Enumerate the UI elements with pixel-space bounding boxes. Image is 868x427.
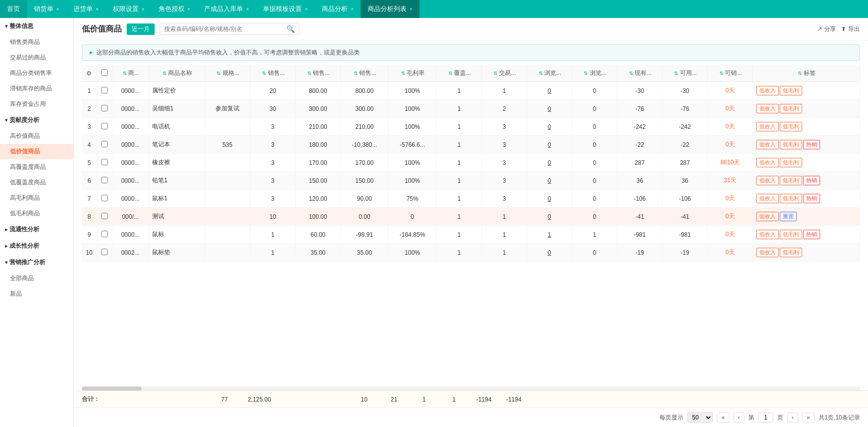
row-checkbox[interactable] [101,177,108,183]
cell-check[interactable] [97,226,112,244]
col-stock3[interactable]: ⇅ 可销... [707,65,753,82]
page-number-input[interactable] [758,413,773,423]
cell-browse1[interactable]: 0 [527,244,572,262]
sidebar-item-stock-capital[interactable]: 库存资金占用 [0,96,73,112]
sidebar-item-high-value[interactable]: 高价值商品 [0,128,73,144]
sidebar-collapse-button[interactable]: « [73,43,74,63]
sidebar-group-circulation[interactable]: ▸ 流通性分析 [0,221,73,238]
row-checkbox[interactable] [101,195,108,201]
col-browse2[interactable]: ⇅ 浏览... [572,65,618,82]
close-icon[interactable]: × [142,6,145,12]
cell-check[interactable] [97,154,112,172]
col-price[interactable]: ⇅ 销售... [295,65,341,82]
cell-check[interactable] [97,172,112,190]
nav-sales-order[interactable]: 销货单 × [27,0,66,18]
col-trade[interactable]: ⇅ 交易... [482,65,527,82]
sidebar-item-low-margin[interactable]: 低毛利商品 [0,206,73,221]
cell-check[interactable] [97,100,112,118]
row-checkbox[interactable] [101,249,108,255]
nav-product-analysis[interactable]: 商品分析 × [315,0,361,18]
col-stock1[interactable]: ⇅ 现有... [617,65,662,82]
cell-browse1[interactable]: 0 [527,208,572,226]
first-page-button[interactable]: « [717,413,729,423]
sidebar-item-new-products[interactable]: 新品 [0,286,73,302]
col-gross[interactable]: ⇅ 毛利率 [388,65,436,82]
col-checkbox[interactable] [97,65,112,82]
col-stock2[interactable]: ⇅ 可用... [662,65,708,82]
col-amount[interactable]: ⇅ 销售... [341,65,389,82]
browse-link[interactable]: 0 [548,141,551,148]
row-checkbox[interactable] [101,87,108,93]
col-spec[interactable]: ⇅ 规格... [205,65,250,82]
sidebar-group-marketing[interactable]: ▾ 营销推广分析 [0,254,73,271]
col-name[interactable]: ⇅ 商品名称 [149,65,205,82]
scrollbar-thumb[interactable] [82,387,142,391]
nav-product-storage[interactable]: 产成品入库单 × [197,0,256,18]
cell-browse1[interactable]: 0 [527,154,572,172]
cell-check[interactable] [97,208,112,226]
last-page-button[interactable]: » [802,413,815,423]
sidebar-item-all-products[interactable]: 全部商品 [0,271,73,286]
nav-purchase-order[interactable]: 进货单 × [66,0,106,18]
col-tags[interactable]: ⇅ 标签 [753,65,860,82]
browse-link[interactable]: 1 [548,231,551,238]
per-page-select[interactable]: 50 100 [687,412,713,423]
browse-link[interactable]: 0 [548,177,551,184]
cell-browse1[interactable]: 0 [527,172,572,190]
sidebar-item-traded-products[interactable]: 交易过的商品 [0,50,73,65]
browse-link[interactable]: 0 [548,123,551,130]
close-icon[interactable]: × [351,6,354,12]
horizontal-scrollbar[interactable] [82,387,860,391]
row-checkbox[interactable] [101,123,108,129]
browse-link[interactable]: 0 [548,213,551,220]
data-table-container[interactable]: ⚙ ⇅ 商... ⇅ 商品名称 ⇅ 规格... ⇅ 销售... ⇅ 销售... … [74,65,868,387]
browse-link[interactable]: 0 [548,159,551,166]
cell-check[interactable] [97,190,112,208]
nav-template-setting[interactable]: 单据模板设置 × [256,0,315,18]
search-icon[interactable]: 🔍 [286,25,295,33]
close-icon[interactable]: × [96,6,99,12]
search-input[interactable] [164,25,286,32]
cell-check[interactable] [97,82,112,100]
row-checkbox[interactable] [101,105,108,111]
cell-check[interactable] [97,244,112,262]
sidebar-group-contribution[interactable]: ▾ 贡献度分析 [0,112,73,128]
cell-browse1[interactable]: 0 [527,118,572,136]
cell-browse1[interactable]: 1 [527,226,572,244]
close-icon[interactable]: × [56,6,59,12]
prev-page-button[interactable]: ‹ [733,413,744,423]
col-settings[interactable]: ⚙ [82,65,97,82]
sidebar-group-growth[interactable]: ▸ 成长性分析 [0,238,73,254]
browse-link[interactable]: 0 [548,105,551,112]
sidebar-item-category-sales-rate[interactable]: 商品分类销售率 [0,65,73,81]
col-browse1[interactable]: ⇅ 浏览... [527,65,572,82]
nav-home[interactable]: 首页 [0,0,27,18]
select-all-checkbox[interactable] [101,69,108,76]
nav-product-analysis-list[interactable]: 商品分析列表 × [361,0,420,18]
sidebar-item-slow-products[interactable]: 滞销库存的商品 [0,81,73,96]
close-icon[interactable]: × [188,6,191,12]
browse-link[interactable]: 0 [548,249,551,256]
close-icon[interactable]: × [305,6,308,12]
period-button[interactable]: 近一月 [127,23,155,35]
col-coverage[interactable]: ⇅ 覆盖... [436,65,482,82]
sidebar-item-high-coverage[interactable]: 高覆盖度商品 [0,159,73,175]
nav-role-auth[interactable]: 角色授权 × [152,0,198,18]
next-page-button[interactable]: › [787,413,798,423]
nav-permission[interactable]: 权限设置 × [106,0,152,18]
cell-browse1[interactable]: 0 [527,100,572,118]
row-checkbox[interactable] [101,231,108,237]
cell-browse1[interactable]: 0 [527,136,572,154]
cell-browse1[interactable]: 0 [527,82,572,100]
close-icon[interactable]: × [246,6,249,12]
cell-check[interactable] [97,118,112,136]
cell-check[interactable] [97,136,112,154]
sidebar-group-overall[interactable]: ▾ 整体信息 [0,18,73,34]
sidebar-item-low-coverage[interactable]: 低覆盖度商品 [0,175,73,190]
col-code[interactable]: ⇅ 商... [112,65,149,82]
sidebar-item-high-margin[interactable]: 高毛利商品 [0,190,73,206]
row-checkbox[interactable] [101,159,108,165]
col-qty[interactable]: ⇅ 销售... [250,65,296,82]
close-icon[interactable]: × [410,6,413,12]
cell-browse1[interactable]: 0 [527,190,572,208]
